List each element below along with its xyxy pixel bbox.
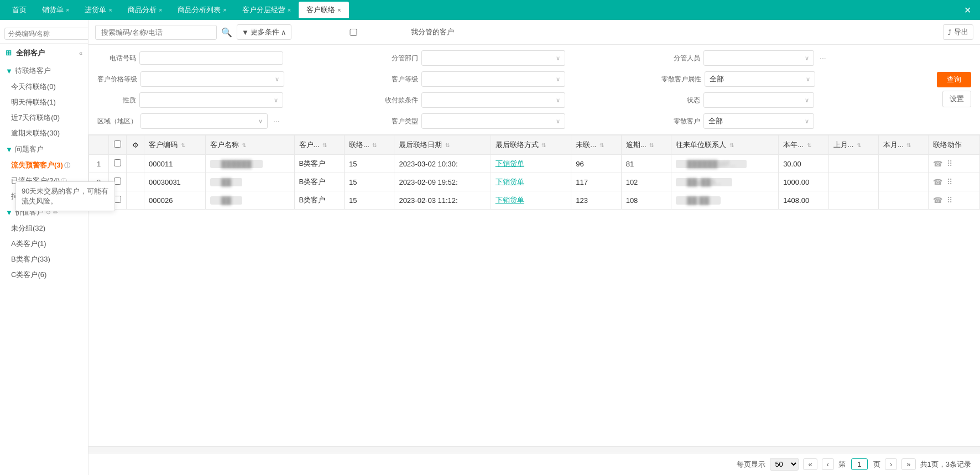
horizontal-scrollbar[interactable] xyxy=(88,446,980,453)
filter-customer-grade-select[interactable]: ∨ xyxy=(421,71,565,87)
tab-sales[interactable]: 销货单 × xyxy=(34,2,77,18)
my-customers-checkbox[interactable] xyxy=(298,29,409,36)
tab-analysis-list-close[interactable]: × xyxy=(223,7,226,13)
row-last-contact-way-1[interactable]: 下销货单 xyxy=(491,155,571,173)
pagination-bar: 每页显示 50 100 200 « ‹ 第 1 页 › » 共1页，3条记录 xyxy=(88,453,980,475)
sidebar-search-input[interactable] xyxy=(4,28,88,40)
tab-customer-contact-close[interactable]: × xyxy=(337,7,341,13)
sidebar-group-pending-title[interactable]: ▼ 待联络客户 xyxy=(0,62,88,79)
col-this-month[interactable]: 本月... ⇅ xyxy=(878,135,928,155)
col-type[interactable]: 客户... ⇅ xyxy=(294,135,344,155)
filter-fields-area: 电话号码 分管部门 ∨ 分管人员 xyxy=(97,50,930,129)
row-this-year-3: 1408.00 xyxy=(779,191,828,210)
export-button[interactable]: ⤴ 导出 xyxy=(943,24,973,40)
search-input[interactable] xyxy=(95,25,217,40)
row-action-1: ☎ ⠿ xyxy=(929,155,980,173)
sidebar-item-ungroup[interactable]: 未分组(32) xyxy=(0,221,88,236)
search-button[interactable]: 🔍 xyxy=(221,27,232,38)
col-contact[interactable]: 联络... ⇅ xyxy=(344,135,394,155)
row-action-3: ☎ ⠿ xyxy=(929,191,980,210)
more-conditions-button[interactable]: ▼ 更多条件 ∧ xyxy=(237,24,291,40)
filter-nature-select[interactable]: ∨ xyxy=(139,92,283,108)
select-all-checkbox[interactable] xyxy=(114,140,121,148)
row-code-1: 000011 xyxy=(144,155,206,173)
row-last-contact-way-3[interactable]: 下销货单 xyxy=(491,191,571,210)
action-contact-icon-2[interactable]: ☎ xyxy=(933,178,942,186)
total-info: 共1页，3条记录 xyxy=(920,460,971,469)
col-this-year[interactable]: 本年... ⇅ xyxy=(779,135,828,155)
filter-phone-label: 电话号码 xyxy=(97,54,136,63)
customer-type-chevron-icon: ∨ xyxy=(556,118,560,125)
row-type-1: B类客户 xyxy=(294,155,344,173)
tab-customer-contact[interactable]: 客户联络 × xyxy=(299,2,348,18)
filter-status-select[interactable]: ∨ xyxy=(703,92,814,108)
filter-dept-select[interactable]: ∨ xyxy=(421,50,565,66)
last-page-button[interactable]: » xyxy=(901,458,915,470)
action-contact-icon-3[interactable]: ☎ xyxy=(933,196,942,205)
sidebar-all-customers[interactable]: ⊞ 全部客户 « xyxy=(0,44,88,62)
next-page-button[interactable]: › xyxy=(885,458,897,470)
filter-nature-label: 性质 xyxy=(97,96,136,105)
action-more-icon-3[interactable]: ⠿ xyxy=(947,196,952,205)
tab-customer-tier-close[interactable]: × xyxy=(288,7,291,13)
col-code[interactable]: 客户编码 ⇅ xyxy=(144,135,206,155)
query-button[interactable]: 查询 xyxy=(937,72,971,87)
sidebar-item-week[interactable]: 近7天待联络(0) xyxy=(0,110,88,126)
filter-scatter-customer-select[interactable]: 全部 ∨ xyxy=(703,113,814,129)
filter-scatter-attr-select[interactable]: 全部 ∨ xyxy=(705,71,815,87)
sidebar-item-today[interactable]: 今天待联络(0) xyxy=(0,79,88,95)
sidebar-item-overdue[interactable]: 逾期未联络(30) xyxy=(0,126,88,141)
table-row: 1 000011 ██████ B类客户 15 2023-03-02 10:30… xyxy=(89,155,980,173)
filter-with-button-layout: 电话号码 分管部门 ∨ 分管人员 xyxy=(97,50,971,129)
manager-more-button[interactable]: ··· xyxy=(820,54,826,62)
col-not-contact[interactable]: 未联... ⇅ xyxy=(571,135,621,155)
col-overdue[interactable]: 逾期... ⇅ xyxy=(621,135,671,155)
tab-purchase-close[interactable]: × xyxy=(108,7,112,13)
filter-payment-select[interactable]: ∨ xyxy=(421,92,565,108)
region-chevron-icon: ∨ xyxy=(258,118,263,125)
col-last-month[interactable]: 上月... ⇅ xyxy=(828,135,878,155)
filter-price-grade-select[interactable]: ∨ xyxy=(140,71,284,87)
sidebar-item-class-a[interactable]: A类客户(1) xyxy=(0,236,88,252)
tab-home[interactable]: 首页 xyxy=(4,2,34,18)
action-more-icon-1[interactable]: ⠿ xyxy=(947,159,952,168)
filter-customer-type-select[interactable]: ∨ xyxy=(421,113,565,129)
tab-purchase[interactable]: 进货单 × xyxy=(77,2,119,18)
sidebar-item-tomorrow[interactable]: 明天待联络(1) xyxy=(0,95,88,110)
col-last-contact-way[interactable]: 最后联络方式 ⇅ xyxy=(491,135,571,155)
sidebar-item-class-b[interactable]: B类客户(33) xyxy=(0,252,88,267)
filter-region-select[interactable]: ∨ xyxy=(140,113,268,129)
action-contact-icon-1[interactable]: ☎ xyxy=(933,159,942,168)
filter-manager-select[interactable]: ∨ xyxy=(703,50,814,66)
region-more-button[interactable]: ··· xyxy=(273,117,280,126)
price-grade-chevron-icon: ∨ xyxy=(275,76,279,83)
prev-page-button[interactable]: ‹ xyxy=(822,458,834,470)
tab-analysis[interactable]: 商品分析 × xyxy=(120,2,170,18)
filter-row-2: 客户价格等级 ∨ 客户等级 ∨ xyxy=(97,71,930,87)
action-more-icon-2[interactable]: ⠿ xyxy=(947,178,952,186)
col-last-contact-date[interactable]: 最后联络日期 ⇅ xyxy=(394,135,491,155)
tab-analysis-close[interactable]: × xyxy=(159,7,162,13)
tab-sales-close[interactable]: × xyxy=(66,7,69,13)
filter-phone-input[interactable] xyxy=(139,51,283,65)
col-unit-contact[interactable]: 往来单位联系人 ⇅ xyxy=(671,135,779,155)
tab-analysis-list[interactable]: 商品分析列表 × xyxy=(170,2,234,18)
row-unit-contact-3: ██ ██ xyxy=(671,191,779,210)
first-page-button[interactable]: « xyxy=(803,458,817,470)
sidebar-item-churn-warning[interactable]: 流失预警客户(3) ⓘ xyxy=(0,158,88,173)
sidebar-item-class-c[interactable]: C类客户(6) xyxy=(0,267,88,283)
col-name[interactable]: 客户名称 ⇅ xyxy=(205,135,294,155)
settings-button[interactable]: 设置 xyxy=(942,91,971,107)
row-1-checkbox[interactable] xyxy=(114,159,121,166)
filter-scatter-customer: 零散客户 全部 ∨ xyxy=(661,113,930,129)
window-close-button[interactable]: ✕ xyxy=(960,3,976,18)
sidebar-group-problem-title[interactable]: ▼ 问题客户 xyxy=(0,141,88,158)
row-this-month-1 xyxy=(878,155,928,173)
row-last-contact-way-2[interactable]: 下销货单 xyxy=(491,173,571,191)
per-page-select[interactable]: 50 100 200 xyxy=(770,458,799,471)
export-label: 导出 xyxy=(954,27,968,37)
col-settings[interactable]: ⚙ xyxy=(127,135,144,155)
tab-customer-tier[interactable]: 客户分层经营 × xyxy=(234,2,299,18)
row-last-contact-date-2: 2023-02-09 19:52: xyxy=(394,173,491,191)
row-settings-1 xyxy=(127,155,144,173)
